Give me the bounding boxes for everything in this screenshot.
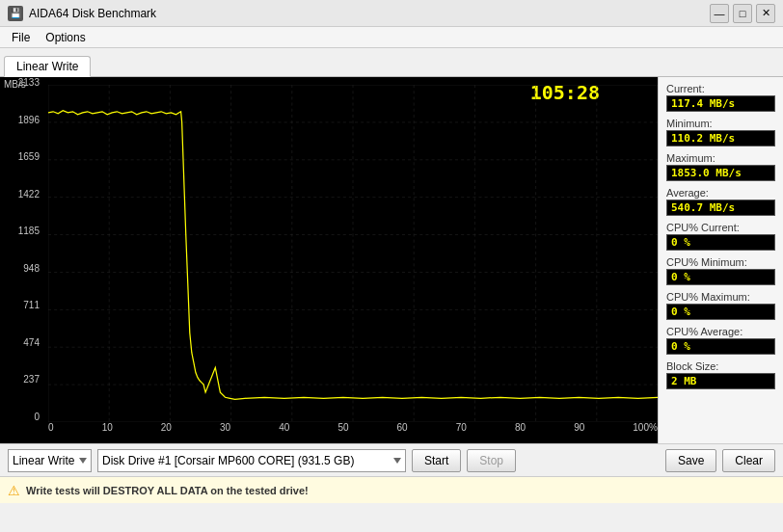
menu-file[interactable]: File <box>4 29 38 45</box>
bottom-controls: Linear Write Disk Drive #1 [Corsair MP60… <box>0 443 783 476</box>
x-label-0: 0 <box>48 422 54 433</box>
test-type-dropdown[interactable]: Linear Write <box>8 449 92 472</box>
chart-svg <box>48 85 658 422</box>
x-label-3: 30 <box>220 422 230 433</box>
x-label-9: 90 <box>574 422 584 433</box>
minimize-button[interactable]: — <box>710 4 729 23</box>
main-content: MB/s 2133 1896 1659 1422 1185 948 711 47… <box>0 77 783 443</box>
y-axis-labels: 2133 1896 1659 1422 1185 948 711 474 237… <box>0 77 43 443</box>
stop-button[interactable]: Stop <box>467 449 516 472</box>
clear-button[interactable]: Clear <box>722 449 775 472</box>
stat-cpu-current: CPU% Current: 0 % <box>666 222 775 251</box>
stat-cpu-maximum: CPU% Maximum: 0 % <box>666 291 775 320</box>
x-label-8: 80 <box>515 422 526 433</box>
stat-cpu-average: CPU% Average: 0 % <box>666 326 775 355</box>
save-button[interactable]: Save <box>665 449 716 472</box>
y-label-8: 237 <box>0 374 43 385</box>
y-label-9: 0 <box>0 412 43 422</box>
y-label-1: 1896 <box>0 115 43 125</box>
stat-current: Current: 117.4 MB/s <box>666 83 775 112</box>
y-label-3: 1422 <box>0 189 43 200</box>
menu-options[interactable]: Options <box>38 29 93 45</box>
stat-maximum: Maximum: 1853.0 MB/s <box>666 152 775 181</box>
y-label-6: 711 <box>0 300 43 310</box>
stat-cpu-average-label: CPU% Average: <box>666 326 775 337</box>
x-label-10: 100% <box>633 422 658 433</box>
stat-cpu-minimum-label: CPU% Minimum: <box>666 256 775 268</box>
stat-maximum-value: 1853.0 MB/s <box>666 165 775 181</box>
stat-cpu-current-label: CPU% Current: <box>666 222 775 233</box>
x-label-6: 60 <box>397 422 408 433</box>
stat-minimum-label: Minimum: <box>666 118 775 129</box>
maximize-button[interactable]: □ <box>733 4 752 23</box>
warning-text: Write tests will DESTROY ALL DATA on the… <box>26 485 309 496</box>
y-label-7: 474 <box>0 337 43 348</box>
window-title: AIDA64 Disk Benchmark <box>29 7 156 20</box>
start-button[interactable]: Start <box>412 449 461 472</box>
x-axis-labels: 0 10 20 30 40 50 60 70 80 90 100% <box>48 420 658 441</box>
y-label-4: 1185 <box>0 226 43 236</box>
drive-dropdown[interactable]: Disk Drive #1 [Corsair MP600 CORE] (931.… <box>97 449 406 472</box>
menu-bar: File Options <box>0 27 783 48</box>
title-bar: 💾 AIDA64 Disk Benchmark — □ ✕ <box>0 0 783 27</box>
stat-cpu-maximum-value: 0 % <box>666 304 775 320</box>
stat-cpu-minimum-value: 0 % <box>666 269 775 285</box>
stat-block-size-label: Block Size: <box>666 360 775 372</box>
stat-minimum-value: 110.2 MB/s <box>666 130 775 146</box>
stat-maximum-label: Maximum: <box>666 152 775 164</box>
y-label-2: 1659 <box>0 151 43 162</box>
stat-minimum: Minimum: 110.2 MB/s <box>666 118 775 146</box>
stat-block-size: Block Size: 2 MB <box>666 360 775 389</box>
stat-average-value: 540.7 MB/s <box>666 200 775 216</box>
tab-bar: Linear Write <box>0 48 783 77</box>
chart-area: MB/s 2133 1896 1659 1422 1185 948 711 47… <box>0 77 658 443</box>
x-label-7: 70 <box>456 422 467 433</box>
stat-average: Average: 540.7 MB/s <box>666 187 775 216</box>
stat-current-value: 117.4 MB/s <box>666 95 775 112</box>
stats-panel: Current: 117.4 MB/s Minimum: 110.2 MB/s … <box>658 77 783 443</box>
app-icon: 💾 <box>8 6 23 21</box>
close-button[interactable]: ✕ <box>756 4 775 23</box>
stat-average-label: Average: <box>666 187 775 199</box>
y-label-5: 948 <box>0 263 43 274</box>
stat-block-size-value: 2 MB <box>666 373 775 389</box>
stat-cpu-minimum: CPU% Minimum: 0 % <box>666 256 775 285</box>
x-label-1: 10 <box>102 422 113 433</box>
x-label-5: 50 <box>338 422 348 433</box>
stat-cpu-average-value: 0 % <box>666 338 775 355</box>
warning-icon: ⚠ <box>8 483 20 498</box>
warning-bar: ⚠ Write tests will DESTROY ALL DATA on t… <box>0 476 783 503</box>
stat-current-label: Current: <box>666 83 775 94</box>
stat-cpu-current-value: 0 % <box>666 234 775 251</box>
stat-cpu-maximum-label: CPU% Maximum: <box>666 291 775 303</box>
y-label-0: 2133 <box>0 77 43 88</box>
x-label-2: 20 <box>161 422 172 433</box>
tab-linear-write[interactable]: Linear Write <box>4 56 91 77</box>
x-label-4: 40 <box>279 422 289 433</box>
